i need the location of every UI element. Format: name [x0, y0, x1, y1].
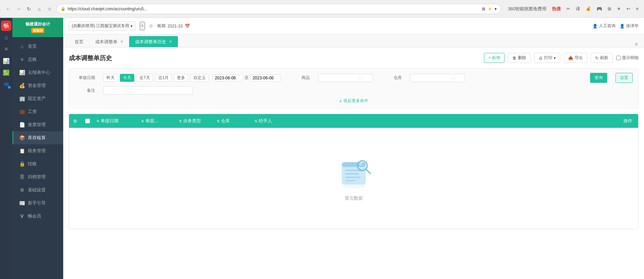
- sidebar-item-tax[interactable]: 📋 税务管理: [12, 144, 63, 157]
- th-docno[interactable]: ⇅ 单据...: [138, 118, 176, 124]
- ledger-icon: ≡: [19, 57, 25, 62]
- th-operator[interactable]: ⇅ 经手人: [252, 118, 290, 124]
- period-info: 账期 2021-10 📅: [157, 23, 190, 29]
- tab-cost-adj-close[interactable]: ✕: [120, 40, 123, 44]
- add-btn[interactable]: + 新增: [484, 53, 505, 63]
- rail-icon-1[interactable]: ⌂: [1, 32, 11, 43]
- warehouse-selector[interactable]: ···: [410, 74, 465, 82]
- menu-icon: ≡: [634, 5, 640, 12]
- grid-icon: ⊞: [606, 5, 613, 12]
- query-btn[interactable]: 查询: [590, 73, 607, 83]
- search-label: 360智能抠图免费用: [507, 5, 548, 13]
- rail-icon-2[interactable]: ≡: [1, 44, 11, 54]
- sidebar-item-guide[interactable]: 📰 新手引导: [12, 197, 63, 210]
- back-btn[interactable]: ←: [4, 5, 12, 13]
- sidebar-item-assets[interactable]: 🏢 固定资产: [12, 92, 63, 105]
- consult-btn[interactable]: 👤 人工咨询: [592, 23, 615, 29]
- reports-icon: 📊: [19, 70, 25, 75]
- sidebar-item-home[interactable]: ⌂ 首页: [12, 40, 63, 53]
- notes-input[interactable]: [103, 86, 193, 94]
- sidebar-item-member[interactable]: V 畅会员: [12, 210, 63, 223]
- date-from-input[interactable]: [212, 75, 243, 81]
- sidebar-menu: ⌂ 首页 ≡ 总账 📊 云报表中心 💰 资金管理 🏢 固定资产 💼 工资: [12, 37, 63, 279]
- date-btn-1month[interactable]: 近1月: [155, 74, 172, 82]
- rail-icon-5[interactable]: ✉: [1, 79, 11, 89]
- date-to-input[interactable]: [250, 75, 281, 81]
- collapse-btn[interactable]: ∧ 收起更多条件: [75, 98, 633, 104]
- date-filter: 昨天 今天 近7天 近1月 更多 自定义 至: [103, 74, 281, 82]
- calendar-icon[interactable]: 📅: [185, 24, 190, 29]
- sidebar-item-reports[interactable]: 📊 云报表中心: [12, 66, 63, 79]
- show-fields-checkbox[interactable]: 显示明细: [616, 55, 639, 61]
- sidebar-item-guide-label: 新手引导: [28, 200, 46, 206]
- date-btn-more[interactable]: 更多: [174, 74, 188, 82]
- date-btn-7days[interactable]: 近7天: [136, 74, 153, 82]
- address-bar[interactable]: 🔒 https://cloud.chanjet.com/accounting/u…: [56, 4, 501, 14]
- dropdown-icon[interactable]: ▾: [495, 7, 497, 11]
- export-btn[interactable]: 📤 导出: [564, 53, 587, 63]
- tab-cost-adj[interactable]: 成本调整单 ✕: [89, 36, 129, 47]
- icon-rail: 畅 ⌂ ≡ 📊 💹 ✉: [0, 18, 12, 279]
- sidebar-item-ledger[interactable]: ≡ 总账: [12, 53, 63, 66]
- rail-icon-logo[interactable]: 畅: [1, 21, 11, 31]
- home-btn[interactable]: ⌂: [35, 5, 43, 13]
- tab-cost-adj-history-close[interactable]: ✕: [169, 40, 172, 44]
- sidebar-item-inventory[interactable]: 📦 库存核算: [12, 131, 63, 144]
- export-label: 导出: [575, 55, 583, 61]
- forward-btn[interactable]: →: [14, 5, 23, 13]
- goods-more-icon[interactable]: ···: [359, 76, 364, 80]
- sidebar-item-payroll[interactable]: 💼 工资: [12, 105, 63, 118]
- tab-cost-adj-label: 成本调整单: [95, 39, 117, 45]
- company-dropdown-icon: ▾: [131, 24, 133, 29]
- sidebar-item-ledger-label: 总账: [28, 56, 37, 63]
- date-btn-yesterday[interactable]: 昨天: [103, 74, 118, 82]
- date-btn-today[interactable]: 今天: [120, 74, 134, 82]
- tab-cost-adj-history[interactable]: 成本调整单历史 ✕: [129, 36, 178, 47]
- rail-icon-3[interactable]: 📊: [1, 56, 11, 66]
- inventory-icon: 📦: [19, 135, 25, 141]
- print-btn[interactable]: 🖨 打印 ▾: [534, 53, 560, 63]
- tab-cost-adj-history-label: 成本调整单历史: [135, 39, 166, 45]
- refresh-btn[interactable]: ↻: [25, 5, 33, 13]
- archive-icon: 🗄: [19, 174, 25, 180]
- warehouse-more-icon[interactable]: ···: [451, 76, 456, 80]
- table-header-checkbox[interactable]: [81, 119, 94, 123]
- star-btn[interactable]: ☆: [45, 5, 54, 13]
- tab-home[interactable]: 首页: [69, 36, 89, 47]
- table-settings-btn[interactable]: ⚙: [69, 119, 81, 124]
- select-all-checkbox[interactable]: [85, 119, 90, 123]
- show-fields-input[interactable]: [616, 56, 621, 60]
- settings-gear-icon[interactable]: ⚙: [149, 23, 153, 29]
- th-actions-label: 操作: [623, 118, 632, 124]
- sidebar-item-funds[interactable]: 💰 资金管理: [12, 79, 63, 92]
- filter-row-notes: 备注: [75, 86, 633, 94]
- svg-line-8: [366, 169, 370, 174]
- sidebar-item-inventory-label: 库存核算: [28, 135, 46, 141]
- refresh-btn-page[interactable]: ↻ 刷新: [591, 53, 613, 63]
- delete-btn[interactable]: 🗑 删除: [508, 53, 531, 63]
- sidebar-item-archive[interactable]: 🗄 归档管理: [12, 170, 63, 183]
- sidebar-item-invoice[interactable]: 📄 发票管理: [12, 118, 63, 131]
- show-fields-label: 显示明细: [622, 55, 639, 61]
- refresh-label: 刷新: [600, 55, 608, 61]
- sidebar-item-settings[interactable]: ⚙ 基础设置: [12, 183, 63, 197]
- rail-icon-4[interactable]: 💹: [1, 67, 11, 78]
- sidebar-item-home-label: 首页: [28, 43, 37, 49]
- goods-selector[interactable]: ···: [318, 74, 373, 82]
- settings-btn[interactable]: 设置: [615, 73, 633, 83]
- table-container: ⚙ ⇅ 单据日期 ⇅ 单据... ⇅ 业务类型: [69, 114, 639, 229]
- th-biztype[interactable]: ⇅ 业务类型: [176, 118, 214, 124]
- browser-nav[interactable]: ← → ↻ ⌂ ☆: [4, 5, 54, 13]
- refresh-icon: ↻: [595, 56, 599, 60]
- period-value: 2021-10: [168, 24, 183, 29]
- th-warehouse[interactable]: ⇅ 仓库: [214, 118, 252, 124]
- user-btn[interactable]: 👤 徐泽华: [620, 23, 639, 29]
- company-selector[interactable]: (勿删勿禁用) 江西服宝测试专用 ▾: [69, 21, 136, 31]
- th-date[interactable]: ⇅ 单据日期: [94, 118, 138, 124]
- date-filter-label: 单据日期: [75, 75, 95, 81]
- add-workspace-btn[interactable]: +: [140, 22, 145, 30]
- tab-bar-close-btn[interactable]: ✕: [634, 42, 639, 47]
- page-title-bar: 成本调整单历史 + 新增 🗑 删除 🖨 打印 ▾ 📤 导出: [69, 53, 639, 63]
- sidebar-item-close[interactable]: 🔒 结账: [12, 157, 63, 170]
- date-btn-custom[interactable]: 自定义: [190, 74, 209, 82]
